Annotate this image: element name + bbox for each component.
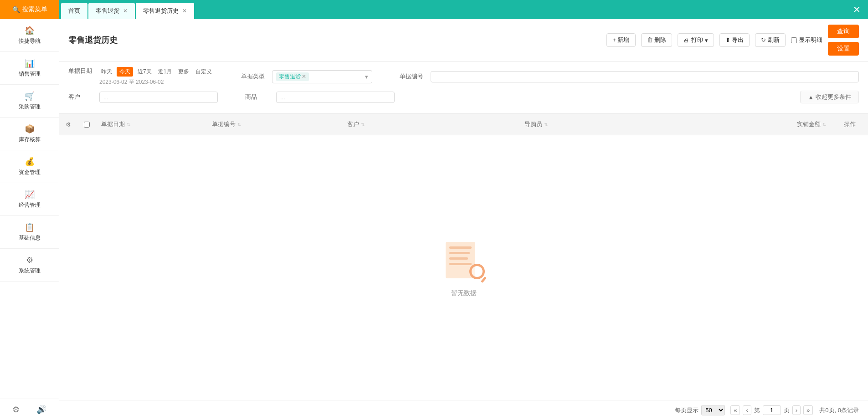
sidebar-item-quick-nav[interactable]: 🏠 快捷导航 xyxy=(0,19,59,52)
sidebar-item-basic-info[interactable]: 📋 基础信息 xyxy=(0,216,59,249)
tab-home[interactable]: 首页 xyxy=(61,3,87,19)
display-toggle-label: 显示明细 xyxy=(799,36,822,44)
refresh-btn[interactable]: ↻ 刷新 xyxy=(755,33,786,47)
sound-icon[interactable]: 🔊 xyxy=(36,405,46,415)
sidebar-item-purchase-label: 采购管理 xyxy=(19,103,41,111)
date-custom[interactable]: 自定义 xyxy=(194,67,214,77)
purchase-icon: 🛒 xyxy=(25,91,35,101)
tab-retail-return-history[interactable]: 零售退货历史 ✕ xyxy=(136,3,194,19)
page-first-btn[interactable]: « xyxy=(730,405,740,415)
date-today[interactable]: 今天 xyxy=(117,67,133,77)
sidebar-item-operation[interactable]: 📈 经营管理 xyxy=(0,183,59,216)
total-label: 共0页, 0条记录 xyxy=(819,406,859,415)
search-menu-label: 搜索菜单 xyxy=(22,5,47,14)
settings-btn[interactable]: 设置 xyxy=(828,42,859,56)
export-btn[interactable]: ⬆ 导出 xyxy=(719,33,750,47)
settings-icon[interactable]: ⚙ xyxy=(12,405,20,415)
print-btn[interactable]: 🖨 打印 ▾ xyxy=(678,33,714,47)
sidebar-item-quick-nav-label: 快捷导航 xyxy=(19,37,41,45)
collapse-btn[interactable]: ▲ 收起更多条件 xyxy=(800,91,859,103)
sidebar-item-operation-label: 经营管理 xyxy=(19,201,41,209)
date-7days[interactable]: 近7天 xyxy=(136,67,154,77)
bill-type-select[interactable]: 零售退货 ✕ ▾ xyxy=(272,70,372,83)
th-guide-sort: ⇅ xyxy=(544,122,548,127)
bill-no-input[interactable] xyxy=(431,71,859,82)
table-header: ⚙ 单据日期 ⇅ 单据编号 ⇅ 客户 ⇅ 导购员 xyxy=(59,114,868,135)
tab-bar: 首页 零售退货 ✕ 零售退货历史 ✕ xyxy=(59,0,846,19)
th-guide[interactable]: 导购员 ⇅ xyxy=(519,118,654,131)
th-amount[interactable]: 实销金额 ⇅ xyxy=(738,118,832,131)
new-btn[interactable]: + 新增 xyxy=(606,33,635,47)
window-close-btn[interactable]: ✕ xyxy=(853,4,861,15)
bill-type-tag: 零售退货 ✕ xyxy=(276,72,309,81)
tab-retail-return[interactable]: 零售退货 ✕ xyxy=(88,3,135,19)
sidebar-item-purchase-mgmt[interactable]: 🛒 采购管理 xyxy=(0,85,59,118)
per-page-label: 每页显示 xyxy=(675,406,699,415)
system-icon: ⚙ xyxy=(26,255,33,265)
export-btn-label: ⬆ 导出 xyxy=(725,36,744,44)
empty-illustration xyxy=(441,238,487,284)
customer-label: 客户 xyxy=(68,93,96,101)
page-next-btn[interactable]: › xyxy=(792,405,801,415)
th-customer-label: 客户 xyxy=(347,120,359,128)
page-title: 零售退货历史 xyxy=(68,35,118,46)
page-last-btn[interactable]: » xyxy=(803,405,813,415)
sidebar-item-system-mgmt[interactable]: ⚙ 系统管理 xyxy=(0,249,59,282)
sales-icon: 📊 xyxy=(25,58,35,68)
toolbar: + 新增 🗑 删除 🖨 打印 ▾ ⬆ 导出 ↻ 刷新 显示明细 xyxy=(606,25,859,56)
top-bar-right: ✕ xyxy=(846,4,868,15)
sidebar-bottom: ⚙ 🔊 xyxy=(0,399,59,420)
refresh-btn-label: ↻ 刷新 xyxy=(761,36,780,44)
tab-retail-return-close[interactable]: ✕ xyxy=(123,8,128,14)
tab-retail-return-history-close[interactable]: ✕ xyxy=(182,8,187,14)
sidebar-item-system-label: 系统管理 xyxy=(19,267,41,275)
th-no-sort: ⇅ xyxy=(237,122,241,127)
date-more[interactable]: 更多 xyxy=(176,67,191,77)
filter-row-2: 客户 ... 商品 ... ▲ xyxy=(68,91,859,103)
th-date-label: 单据日期 xyxy=(101,120,125,128)
sidebar-item-finance[interactable]: 💰 资金管理 xyxy=(0,150,59,183)
th-customer[interactable]: 客户 ⇅ xyxy=(342,118,519,131)
display-toggle-checkbox[interactable] xyxy=(791,37,797,43)
display-toggle[interactable]: 显示明细 xyxy=(791,36,822,44)
customer-placeholder: ... xyxy=(103,94,108,101)
basic-info-icon: 📋 xyxy=(25,222,35,232)
per-page-select[interactable]: 50 10 20 100 xyxy=(701,405,725,415)
page-input[interactable] xyxy=(763,405,781,415)
date-yesterday[interactable]: 昨天 xyxy=(99,67,114,77)
print-btn-label: 🖨 打印 xyxy=(683,36,703,44)
customer-select[interactable]: ... xyxy=(99,92,218,103)
operation-icon: 📈 xyxy=(25,190,35,200)
sidebar-item-inventory[interactable]: 📦 库存核算 xyxy=(0,118,59,150)
delete-btn[interactable]: 🗑 删除 xyxy=(641,33,673,47)
sidebar-item-finance-label: 资金管理 xyxy=(19,169,41,176)
th-no[interactable]: 单据编号 ⇅ xyxy=(206,118,342,131)
search-menu-btn[interactable]: 🔍 搜索菜单 xyxy=(0,0,59,19)
th-date[interactable]: 单据日期 ⇅ xyxy=(96,118,206,131)
sidebar-item-basic-info-label: 基础信息 xyxy=(19,234,41,242)
th-customer-sort: ⇅ xyxy=(361,122,365,127)
th-no-label: 单据编号 xyxy=(212,120,236,128)
date-1month[interactable]: 近1月 xyxy=(156,67,174,77)
page-prev-btn[interactable]: ‹ xyxy=(743,405,751,415)
th-action-label: 操作 xyxy=(844,120,856,128)
new-btn-label: + 新增 xyxy=(612,36,629,44)
finance-icon: 💰 xyxy=(25,157,35,167)
th-amount-sort: ⇅ xyxy=(822,122,826,127)
main-layout: 🏠 快捷导航 📊 销售管理 🛒 采购管理 📦 库存核算 💰 资金管理 📈 经营管… xyxy=(0,19,868,420)
query-btn[interactable]: 查询 xyxy=(828,25,859,38)
collapse-label: 收起更多条件 xyxy=(816,93,851,101)
page-suffix-label: 页 xyxy=(784,406,790,415)
pagination-bar: 每页显示 50 10 20 100 « ‹ 第 页 › » 共0页, 0条记录 xyxy=(59,400,868,420)
th-checkbox[interactable] xyxy=(77,119,96,130)
select-all-checkbox[interactable] xyxy=(84,122,90,128)
sidebar: 🏠 快捷导航 📊 销售管理 🛒 采购管理 📦 库存核算 💰 资金管理 📈 经营管… xyxy=(0,19,59,420)
date-filter-label: 单据日期 xyxy=(68,67,96,75)
sidebar-item-sales-mgmt[interactable]: 📊 销售管理 xyxy=(0,52,59,85)
goods-select[interactable]: ... xyxy=(276,92,395,103)
bill-type-tag-close[interactable]: ✕ xyxy=(302,73,306,80)
th-settings[interactable]: ⚙ xyxy=(59,118,77,131)
empty-area: 暂无数据 xyxy=(59,135,868,400)
top-bar: 🔍 搜索菜单 首页 零售退货 ✕ 零售退货历史 ✕ ✕ xyxy=(0,0,868,19)
filter-row-1: 单据日期 昨天 今天 近7天 近1月 更多 自定义 2023-06-02 至 2… xyxy=(68,67,859,86)
